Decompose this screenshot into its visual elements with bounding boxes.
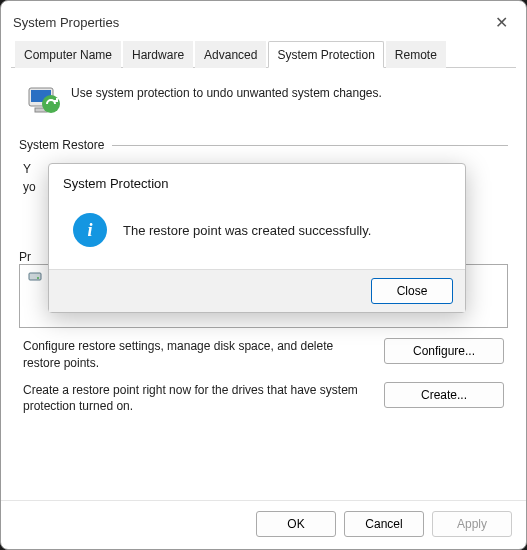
close-button[interactable]: Close <box>371 278 453 304</box>
configure-text: Configure restore settings, manage disk … <box>23 338 372 372</box>
tab-computer-name[interactable]: Computer Name <box>15 41 121 68</box>
tab-advanced[interactable]: Advanced <box>195 41 266 68</box>
intro-row: Use system protection to undo unwanted s… <box>19 76 508 132</box>
intro-text: Use system protection to undo unwanted s… <box>71 82 382 100</box>
configure-button[interactable]: Configure... <box>384 338 504 364</box>
apply-button: Apply <box>432 511 512 537</box>
protection-settings-label: Pr <box>19 250 31 264</box>
tab-remote[interactable]: Remote <box>386 41 446 68</box>
tab-hardware[interactable]: Hardware <box>123 41 193 68</box>
dialog-button-row: OK Cancel Apply <box>1 500 526 549</box>
dialog-title: System Protection <box>49 164 465 197</box>
tabs-bar: Computer Name Hardware Advanced System P… <box>11 40 516 68</box>
close-icon[interactable]: ✕ <box>487 9 516 36</box>
svg-rect-4 <box>29 273 41 280</box>
create-row: Create a restore point right now for the… <box>19 372 508 416</box>
divider <box>112 145 508 146</box>
system-protection-icon <box>25 82 61 118</box>
configure-row: Configure restore settings, manage disk … <box>19 328 508 372</box>
tab-system-protection[interactable]: System Protection <box>268 41 383 68</box>
svg-point-3 <box>42 95 60 113</box>
system-restore-label: System Restore <box>19 138 104 152</box>
info-icon: i <box>73 213 107 247</box>
titlebar: System Properties ✕ <box>1 1 526 40</box>
cancel-button[interactable]: Cancel <box>344 511 424 537</box>
drive-icon <box>28 269 42 283</box>
system-protection-dialog: System Protection i The restore point wa… <box>48 163 466 313</box>
dialog-message: The restore point was created successful… <box>123 223 371 238</box>
dialog-footer: Close <box>49 269 465 312</box>
dialog-body: i The restore point was created successf… <box>49 197 465 269</box>
system-restore-group-header: System Restore <box>19 138 508 152</box>
create-text: Create a restore point right now for the… <box>23 382 372 416</box>
tabs-container: Computer Name Hardware Advanced System P… <box>1 40 526 68</box>
create-button[interactable]: Create... <box>384 382 504 408</box>
info-glyph: i <box>87 220 92 241</box>
window-title: System Properties <box>13 15 119 30</box>
ok-button[interactable]: OK <box>256 511 336 537</box>
svg-point-5 <box>37 277 39 279</box>
